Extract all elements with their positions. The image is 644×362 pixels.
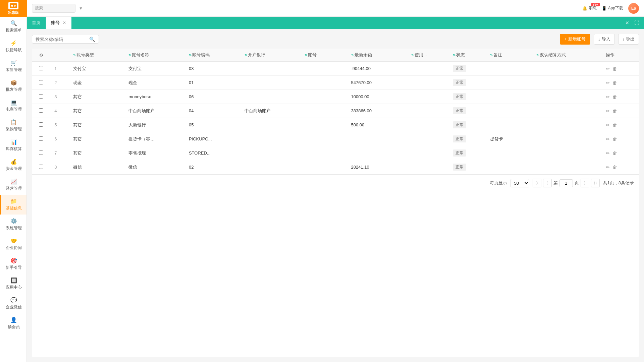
edit-icon[interactable]: ✏ [606, 150, 610, 156]
first-page-button[interactable]: ⟨⟨ [533, 179, 541, 187]
sidebar-item-beginner-guide[interactable]: 🎯 新手引导 [0, 254, 26, 274]
row-checkbox-cell[interactable] [32, 146, 50, 160]
export-button[interactable]: ↑ 导出 [618, 34, 639, 45]
table-row: 1 支付宝 支付宝 03 -90444.00 正常 ✏ 🗑 [32, 62, 639, 76]
row-checkbox[interactable] [39, 108, 43, 113]
row-checkbox[interactable] [39, 150, 43, 155]
logo-icon [8, 2, 18, 9]
row-checkbox[interactable] [39, 80, 43, 84]
sidebar-item-purchase-mgmt[interactable]: 📋 采购管理 [0, 116, 26, 135]
delete-icon[interactable]: 🗑 [612, 136, 617, 142]
tab-close-all-icon[interactable]: ✕ [624, 19, 631, 26]
delete-icon[interactable]: 🗑 [612, 66, 617, 71]
col-settings[interactable]: ⚙ [32, 49, 50, 62]
sidebar-item-retail-mgmt[interactable]: 🛒 零售管理 [0, 56, 26, 76]
sidebar-item-enterprise-wechat[interactable]: 💬 企业微信 [0, 294, 26, 313]
import-button[interactable]: ↓ 导入 [594, 34, 615, 45]
edit-icon[interactable]: ✏ [606, 66, 610, 71]
row-checkbox-cell[interactable] [32, 104, 50, 118]
delete-icon[interactable]: 🗑 [612, 165, 617, 170]
col-status[interactable]: ⇅状态 [449, 49, 486, 62]
tab-home[interactable]: 首页 [27, 17, 46, 29]
row-checkbox[interactable] [39, 122, 43, 127]
sidebar-item-enterprise-agreement[interactable]: 🤝 企业协同 [0, 234, 26, 254]
col-open-bank[interactable]: ⇅开户银行 [240, 49, 301, 62]
per-page-select[interactable]: 50 100 200 [511, 179, 529, 187]
col-remark[interactable]: ⇅备注 [486, 49, 532, 62]
col-account-no[interactable]: ⇅账号 [301, 49, 347, 62]
delete-icon[interactable]: 🗑 [612, 122, 617, 128]
col-usage[interactable]: ⇅使用... [407, 49, 449, 62]
sidebar-item-app-center[interactable]: 🔲 应用中心 [0, 274, 26, 294]
tab-account-label: 账号 [51, 20, 60, 26]
row-checkbox-cell[interactable] [32, 160, 50, 174]
account-search-input[interactable] [36, 37, 89, 42]
account-search-wrap[interactable]: 🔍 [32, 35, 99, 44]
col-default-settlement[interactable]: ⇅默认结算方式 [532, 49, 602, 62]
sidebar-item-search-menu[interactable]: 🔍 搜索菜单 [0, 17, 26, 37]
sidebar-item-ecommerce-mgmt[interactable]: 💻 电商管理 [0, 96, 26, 116]
row-num: 5 [50, 118, 69, 132]
sidebar-item-basic-info[interactable]: 📁 基础信息 [0, 195, 26, 215]
current-page-input[interactable] [559, 179, 573, 187]
prev-page-button[interactable]: ⟨ [543, 179, 552, 187]
wholesale-mgmt-icon: 📦 [10, 79, 17, 86]
header-dropdown-arrow[interactable]: ▼ [79, 6, 83, 11]
edit-icon[interactable]: ✏ [606, 94, 610, 100]
finance-mgmt-icon: 💰 [10, 159, 17, 165]
col-account-code[interactable]: ⇅账号编码 [185, 49, 240, 62]
sidebar: 乐惠版 🔍 搜索菜单 ⚡ 快捷导航 🛒 零售管理 📦 批发管理 💻 电商管理 📋… [0, 0, 27, 362]
col-latest-balance[interactable]: ⇅最新余额 [347, 49, 408, 62]
row-account-name: moneybosx [124, 90, 185, 104]
delete-icon[interactable]: 🗑 [612, 94, 617, 100]
delete-icon[interactable]: 🗑 [612, 108, 617, 114]
edit-icon[interactable]: ✏ [606, 122, 610, 128]
add-account-button[interactable]: + 新增账号 [560, 34, 590, 45]
row-checkbox-cell[interactable] [32, 132, 50, 146]
tab-account-close-icon[interactable]: ✕ [63, 20, 66, 25]
tab-fullscreen-icon[interactable]: ⛶ [633, 19, 641, 26]
row-checkbox-cell[interactable] [32, 90, 50, 104]
sidebar-item-wholesale-mgmt[interactable]: 📦 批发管理 [0, 76, 26, 96]
row-checkbox[interactable] [39, 136, 43, 141]
row-checkbox[interactable] [39, 165, 43, 169]
row-actions: ✏ 🗑 [602, 132, 639, 146]
app-center-icon: 🔲 [10, 277, 17, 284]
delete-icon[interactable]: 🗑 [612, 80, 617, 85]
col-account-name[interactable]: ⇅账号名称 [124, 49, 185, 62]
edit-icon[interactable]: ✏ [606, 108, 610, 114]
next-page-button[interactable]: ⟩ [581, 179, 589, 187]
sidebar-item-label-retail-mgmt: 零售管理 [6, 67, 22, 73]
sidebar-item-system-mgmt[interactable]: ⚙️ 系统管理 [0, 215, 26, 234]
settings-gear-icon: ⚙ [39, 53, 43, 58]
sidebar-item-finance-mgmt[interactable]: 💰 资金管理 [0, 155, 26, 175]
status-badge: 正常 [453, 164, 466, 171]
delete-icon[interactable]: 🗑 [612, 150, 617, 156]
col-account-type[interactable]: ⇅账号类型 [69, 49, 125, 62]
avatar[interactable]: Ea [628, 3, 639, 14]
sidebar-item-inventory[interactable]: 📊 库存核算 [0, 135, 26, 155]
row-open-bank [240, 132, 301, 146]
header-search[interactable]: 搜索 [32, 4, 75, 13]
sidebar-item-quick-nav[interactable]: ⚡ 快捷导航 [0, 37, 26, 56]
edit-icon[interactable]: ✏ [606, 80, 610, 85]
edit-icon[interactable]: ✏ [606, 165, 610, 170]
row-checkbox-cell[interactable] [32, 62, 50, 76]
account-search-icon[interactable]: 🔍 [89, 37, 95, 42]
sidebar-item-operations-mgmt[interactable]: 📈 经营管理 [0, 175, 26, 195]
row-usage [407, 132, 449, 146]
edit-icon[interactable]: ✏ [606, 136, 610, 142]
last-page-button[interactable]: ⟩⟩ [591, 179, 600, 187]
row-account-type: 支付宝 [69, 62, 125, 76]
row-checkbox-cell[interactable] [32, 118, 50, 132]
row-status: 正常 [449, 146, 486, 160]
toolbar-right: + 新增账号 ↓ 导入 ↑ 导出 [560, 34, 639, 45]
row-checkbox[interactable] [39, 66, 43, 70]
sidebar-item-member[interactable]: 👤 畅会员 [0, 313, 26, 333]
app-download-button[interactable]: 📱 App下载 [602, 5, 623, 11]
message-button[interactable]: 🔔 消息 99+ [582, 5, 597, 11]
row-checkbox[interactable] [39, 94, 43, 99]
tab-account[interactable]: 账号 ✕ [46, 17, 71, 29]
app-logo-text: 乐惠版 [8, 10, 19, 15]
row-checkbox-cell[interactable] [32, 76, 50, 90]
